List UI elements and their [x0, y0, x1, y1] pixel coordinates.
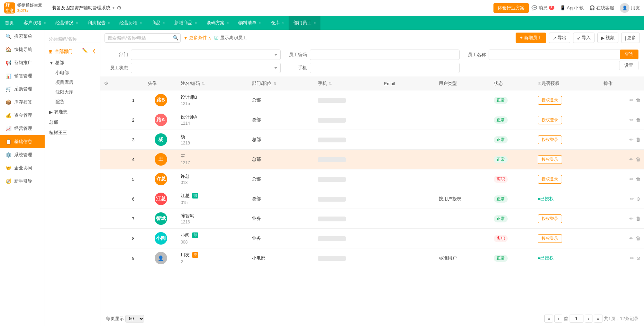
sidebar-item-marketing[interactable]: 📢 营销推广 [0, 56, 45, 69]
page-num-input[interactable] [570, 315, 583, 323]
dept-sort-icon[interactable]: ⇅ [273, 81, 276, 86]
first-page-btn[interactable]: « [544, 315, 553, 323]
auth-btn[interactable]: 授权登录 [538, 155, 562, 164]
delete-btn[interactable]: 🗑 [636, 117, 641, 123]
auth-info-icon[interactable]: ① [538, 81, 542, 86]
auth-btn[interactable]: 授权登录 [538, 234, 562, 243]
more-filter-btn[interactable]: ▼ 更多条件 ∧ [183, 35, 211, 41]
tab-staff[interactable]: 部门员工 × [289, 16, 320, 30]
dept-collapse-btn[interactable]: 《 [89, 48, 97, 55]
phone-sort-icon[interactable]: ⇅ [329, 81, 332, 86]
dept-child-shenyang[interactable]: 沈阳大库 [45, 87, 100, 97]
auth-btn[interactable]: 授权登录 [538, 96, 562, 105]
edit-btn[interactable]: ✏ [629, 117, 634, 123]
sidebar-item-nav[interactable]: 🏠 快捷导航 [0, 43, 45, 56]
col-phone-header[interactable]: 手机 ⇅ [315, 77, 380, 90]
delete-btn[interactable]: 🗑 [636, 236, 641, 241]
edit-btn[interactable]: ✏ [629, 176, 634, 182]
tab-add-goods-close[interactable]: × [194, 21, 197, 25]
system-title-dropdown-icon[interactable]: ▼ [112, 6, 115, 10]
import-btn[interactable]: ↙ 导入 [573, 33, 595, 43]
edit-btn[interactable]: ✏ [630, 196, 634, 202]
delete-btn[interactable]: 🗑 [636, 176, 641, 182]
sidebar-item-finance[interactable]: 💰 资金管理 [0, 109, 45, 122]
filter-status-select[interactable] [131, 63, 281, 73]
auth-btn[interactable]: 授权登录 [538, 214, 562, 223]
delete-btn[interactable]: 🗑 [636, 137, 641, 142]
app-download-btn[interactable]: 📱 App下载 [560, 5, 584, 11]
sidebar-item-purchase[interactable]: 🛒 采购管理 [0, 82, 45, 96]
edit-btn[interactable]: ✏ [629, 236, 634, 241]
auth-btn[interactable]: 授权登录 [538, 135, 562, 144]
tab-history[interactable]: 经营历程 × [115, 16, 146, 30]
col-settings-header[interactable]: ⚙ [100, 77, 122, 90]
tab-bom[interactable]: 物料清单 × [234, 16, 265, 30]
filter-empcode-input[interactable] [310, 50, 460, 60]
message-btn[interactable]: 💬 消息 5 [532, 5, 554, 11]
dept-child-project[interactable]: 项目库房 [45, 78, 100, 87]
tab-bom-close[interactable]: × [258, 21, 261, 25]
sidebar-item-sales[interactable]: 📊 销售管理 [0, 69, 45, 82]
sidebar-item-system[interactable]: ⚙️ 系统管理 [0, 148, 45, 161]
edit-btn[interactable]: ✏ [630, 255, 634, 261]
show-resigned-checkbox[interactable]: ☑ 显示离职员工 [214, 35, 247, 41]
user-menu[interactable]: 👤 用友 [620, 3, 640, 13]
filter-phone-input[interactable] [310, 63, 460, 73]
edit-btn[interactable]: ✏ [629, 216, 634, 221]
dept-item-zhishu[interactable]: 植树王三 [45, 127, 100, 138]
delete-btn[interactable]: 🗑 [636, 216, 641, 221]
search-input[interactable] [105, 33, 181, 43]
col-dept-header[interactable]: 部门/职位 ⇅ [248, 77, 314, 90]
table-settings-btn[interactable]: ⚙ [104, 80, 108, 87]
copy-btn[interactable]: ⊙ [636, 196, 641, 202]
online-service-btn[interactable]: 🎧 在线客服 [589, 5, 614, 11]
export-btn[interactable]: ↗ 导出 [549, 33, 570, 43]
dept-edit-icon[interactable]: ✏️ [82, 48, 88, 55]
filter-empname-input[interactable] [489, 50, 638, 60]
filter-dept-select[interactable] [131, 50, 281, 60]
tab-staff-close[interactable]: × [314, 21, 316, 25]
sidebar-item-collab[interactable]: 🤝 企业协同 [0, 161, 45, 175]
auth-btn[interactable]: 授权登录 [538, 116, 562, 124]
tab-profit-close[interactable]: × [108, 21, 110, 25]
tab-barcode[interactable]: 条码方案 × [202, 16, 234, 30]
search-btn[interactable]: 🔍 [173, 35, 179, 41]
settings-icon[interactable]: ⚙ [117, 5, 121, 11]
edit-btn[interactable]: ✏ [629, 157, 634, 162]
auth-btn[interactable]: 授权登录 [538, 175, 562, 184]
dept-search-input[interactable] [48, 35, 100, 43]
tab-customer-close[interactable]: × [44, 21, 46, 25]
sidebar-item-guide[interactable]: 🧭 新手引导 [0, 175, 45, 188]
sidebar-item-basic[interactable]: 📋 基础信息 [0, 135, 45, 148]
prev-page-btn[interactable]: ‹ [554, 315, 562, 323]
dept-child-xiaodian[interactable]: 小电部 [45, 68, 100, 78]
per-page-select[interactable]: 50 100 [125, 315, 144, 323]
delete-btn[interactable]: 🗑 [636, 157, 641, 162]
query-btn[interactable]: 查询 [620, 50, 638, 59]
last-page-btn[interactable]: » [594, 315, 602, 323]
name-sort-icon[interactable]: ⇅ [202, 81, 205, 86]
dept-item-shuanglu[interactable]: ▶ 双鹿想 [45, 107, 100, 117]
add-employee-btn[interactable]: + 新增员工 [516, 33, 546, 43]
sidebar-item-inventory[interactable]: 📦 库存核算 [0, 96, 45, 109]
edit-btn[interactable]: ✏ [629, 97, 634, 103]
video-btn[interactable]: ▶ 视频 [597, 33, 618, 43]
tab-goods-close[interactable]: × [163, 21, 165, 25]
reset-btn[interactable]: 设置 [619, 61, 638, 70]
tab-operation[interactable]: 经营情况 × [51, 16, 82, 30]
tab-profit[interactable]: 利润报告 × [83, 16, 115, 30]
tab-customer[interactable]: 客户联络 × [19, 16, 51, 30]
col-name-header[interactable]: 姓名/编码 ⇅ [177, 77, 248, 90]
edit-btn[interactable]: ✏ [629, 137, 634, 142]
copy-btn[interactable]: ⊙ [636, 255, 641, 261]
tab-barcode-close[interactable]: × [227, 21, 229, 25]
tab-goods[interactable]: 商品 × [147, 16, 170, 30]
dept-child-peihuo[interactable]: 配货 [45, 97, 100, 107]
experience-btn[interactable]: 体验行业方案 [493, 3, 529, 13]
dept-item-zongbu[interactable]: 总部 [45, 117, 100, 127]
more-btn[interactable]: | 更多 [621, 33, 640, 43]
dept-item-headquarter[interactable]: ▼ 总部 [45, 58, 100, 68]
next-page-btn[interactable]: › [585, 315, 592, 323]
tab-history-close[interactable]: × [139, 21, 142, 25]
tab-warehouse-close[interactable]: × [282, 21, 284, 25]
